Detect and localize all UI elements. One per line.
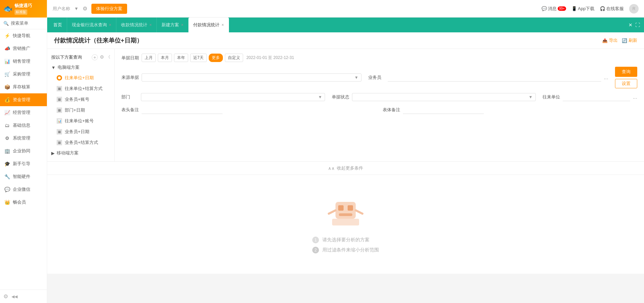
- app-icon: 📱: [572, 6, 577, 11]
- scheme-add-icon[interactable]: +: [92, 54, 98, 60]
- expand-icon[interactable]: ⛶: [635, 22, 640, 28]
- body-note-input[interactable]: [403, 106, 484, 114]
- tab-bank-close[interactable]: ×: [109, 23, 111, 27]
- trial-button[interactable]: 体验行业方案: [91, 4, 127, 14]
- export-btn[interactable]: 📤 导出: [602, 37, 618, 43]
- empty-tips: 1 请先选择要分析的方案 2 用过滤条件来缩小分析范围: [312, 237, 379, 253]
- app-download-btn[interactable]: 📱 App下载: [572, 6, 594, 12]
- sidebar-item-label: 快捷导航: [13, 33, 30, 39]
- source-select[interactable]: ▼: [142, 73, 361, 82]
- topbar-gear-icon[interactable]: ⚙: [83, 5, 87, 12]
- tab-new-close[interactable]: ×: [181, 23, 183, 27]
- sidebar-item-shortcut[interactable]: ⚡ 快捷导航: [0, 29, 47, 42]
- filter-form: 单据日期 上月 本月 本年 近7天 更多 自定义 2022-01-01 至 20…: [115, 49, 644, 161]
- dept-select[interactable]: ▼: [141, 93, 325, 101]
- date-btn-custom[interactable]: 自定义: [225, 54, 243, 62]
- scheme-desktop-group-header[interactable]: ▼ 电脑端方案: [47, 62, 114, 72]
- search-menu[interactable]: 🔍 搜索菜单: [0, 18, 47, 29]
- collapse-sidebar-icon[interactable]: ◀◀: [11, 294, 18, 299]
- logo-text: 畅捷通巧: [14, 3, 32, 9]
- scheme-item-unit-date[interactable]: 往来单位+日期: [47, 72, 114, 83]
- sidebar-item-inventory[interactable]: 📦 库存核算: [0, 81, 47, 93]
- scheme-item-staff-account[interactable]: ▦ 业务员+账号: [47, 94, 114, 105]
- refresh-btn[interactable]: 🔄 刷新: [622, 37, 637, 43]
- hardware-icon: 🔧: [4, 174, 10, 180]
- sidebar-item-wechat[interactable]: 💬 企业微信: [0, 183, 47, 196]
- tab-payment-close[interactable]: ×: [222, 23, 224, 27]
- scheme-item-staff-settle[interactable]: ▦ 业务员+结算方式: [47, 137, 114, 148]
- sidebar-item-guide[interactable]: 🎓 新手引导: [0, 157, 47, 170]
- partner-more-icon[interactable]: ...: [633, 94, 637, 100]
- scheme-collapse-icon[interactable]: 《: [106, 54, 110, 60]
- partner-input[interactable]: [563, 93, 630, 101]
- service-icon: 🎧: [600, 6, 605, 11]
- message-icon: 💬: [541, 6, 547, 11]
- header-note-input[interactable]: [142, 106, 223, 114]
- tab-new[interactable]: 新建方案 ×: [157, 18, 188, 32]
- staff-more-icon[interactable]: ...: [604, 74, 608, 81]
- partner-field: 往来单位 ...: [543, 93, 637, 101]
- query-button[interactable]: 查询: [615, 67, 637, 77]
- scheme-settings-icon[interactable]: ⚙: [100, 54, 104, 60]
- sidebar: 🐟 畅捷通巧 标准版 🔍 搜索菜单 ⚡ 快捷导航 📣 营销推广 📊 销售管理 🛒…: [0, 0, 47, 303]
- filter-row-4: 表头备注 表体备注: [121, 106, 637, 114]
- svg-point-0: [58, 77, 61, 79]
- sidebar-header: 🐟 畅捷通巧 标准版: [0, 0, 47, 18]
- scheme-item-staff-date[interactable]: ▦ 业务员+日期: [47, 126, 114, 137]
- date-btn-last-month[interactable]: 上月: [142, 54, 156, 62]
- topbar-arrow-icon[interactable]: ▼: [74, 6, 79, 11]
- sidebar-item-purchase[interactable]: 🛒 采购管理: [0, 68, 47, 81]
- sidebar-item-operation[interactable]: 📈 经营管理: [0, 106, 47, 119]
- tab-payment-label: 付款情况统计: [193, 22, 219, 28]
- sidebar-item-basic[interactable]: 🗂 基础信息: [0, 119, 47, 132]
- chart-icon: 📊: [57, 118, 62, 124]
- online-service-btn[interactable]: 🎧 在线客服: [600, 6, 624, 12]
- topbar-actions: 💬 消息 99+ 📱 App下载 🎧 在线客服 R: [541, 4, 639, 13]
- refresh-icon: 🔄: [622, 38, 627, 43]
- search-icon: 🔍: [3, 21, 9, 26]
- collapse-conditions-btn[interactable]: ∧∧ 收起更多条件: [328, 165, 363, 171]
- tab-receipt-close[interactable]: ×: [149, 23, 152, 27]
- tab-home[interactable]: 首页: [49, 18, 67, 32]
- svg-rect-7: [332, 219, 359, 225]
- sales-icon: 📊: [4, 58, 10, 64]
- scheme-item-dept-date[interactable]: ▦ 部门+日期: [47, 105, 114, 116]
- voucher-status-select[interactable]: ▼: [352, 93, 535, 101]
- settings-icon[interactable]: ⚙: [3, 293, 8, 300]
- scheme-panel-title: 按以下方案查询: [51, 54, 82, 60]
- dept-arrow-icon: ▼: [318, 95, 322, 99]
- messages-btn[interactable]: 💬 消息 99+: [541, 6, 566, 12]
- sidebar-item-finance[interactable]: 💰 资金管理: [0, 93, 47, 106]
- date-btn-this-month[interactable]: 本月: [158, 54, 172, 62]
- sidebar-item-marketing[interactable]: 📣 营销推广: [0, 42, 47, 55]
- scheme-item-unit-settle[interactable]: ▦ 往来单位+结算方式: [47, 83, 114, 94]
- filter-actions: 查询 设置: [615, 67, 637, 88]
- sidebar-item-sales[interactable]: 📊 销售管理: [0, 55, 47, 68]
- sidebar-item-system[interactable]: ⚙ 系统管理: [0, 132, 47, 145]
- scheme-mobile-group[interactable]: ▶ 移动端方案: [47, 148, 114, 158]
- search-menu-label: 搜索菜单: [11, 20, 28, 26]
- sidebar-item-company[interactable]: 🏢 企业协同: [0, 145, 47, 157]
- tab-payment[interactable]: 付款情况统计 ×: [188, 18, 229, 32]
- sidebar-item-label: 智能硬件: [13, 174, 30, 180]
- date-btn-this-year[interactable]: 本年: [174, 54, 188, 62]
- staff-input[interactable]: [388, 73, 601, 82]
- tip-text-1: 请先选择要分析的方案: [322, 237, 370, 243]
- tab-bank[interactable]: 现金银行流水查询 ×: [67, 18, 116, 32]
- voucher-status-field: 单据状态 ▼: [332, 93, 535, 101]
- close-tab-icon[interactable]: ✕: [628, 22, 633, 28]
- chevron-up-icon: ∧∧: [328, 166, 335, 171]
- scheme-item-unit-account[interactable]: 📊 往来单位+账号: [47, 116, 114, 126]
- tab-receipt[interactable]: 收款情况统计 ×: [116, 18, 157, 32]
- purchase-icon: 🛒: [4, 71, 10, 77]
- sidebar-item-label: 畅会员: [13, 199, 26, 205]
- sidebar-item-hardware[interactable]: 🔧 智能硬件: [0, 170, 47, 183]
- staff-field: 业务员 ...: [368, 73, 608, 82]
- sidebar-item-label: 采购管理: [13, 71, 30, 77]
- tabs-controls: ✕ ⛶: [628, 22, 644, 28]
- user-avatar[interactable]: R: [629, 4, 639, 13]
- sidebar-item-member[interactable]: 👑 畅会员: [0, 196, 47, 209]
- date-btn-more[interactable]: 更多: [209, 54, 223, 62]
- settings-button[interactable]: 设置: [615, 79, 637, 88]
- date-btn-7days[interactable]: 近7天: [190, 54, 207, 62]
